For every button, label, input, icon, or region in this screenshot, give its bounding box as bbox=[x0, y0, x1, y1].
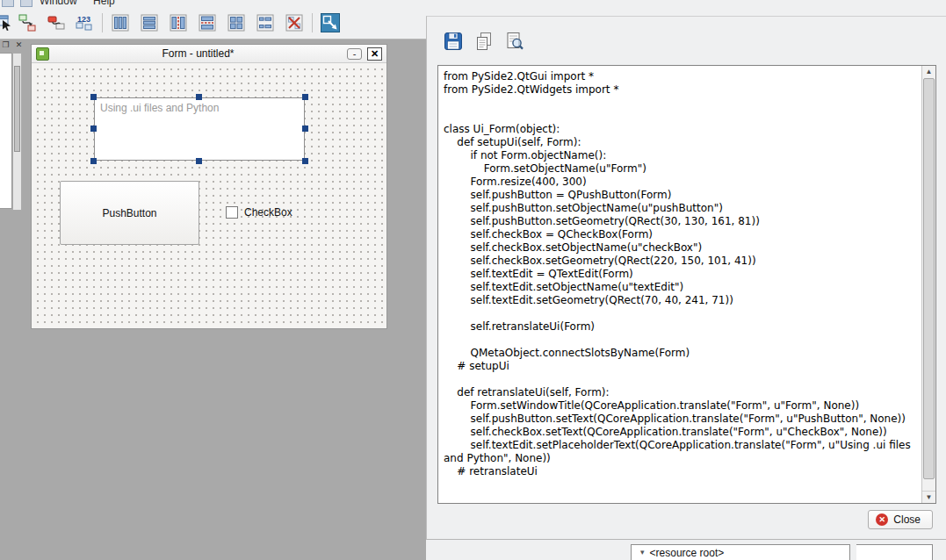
pushbutton-widget[interactable]: PushButton bbox=[60, 181, 199, 245]
toolbar-separator bbox=[312, 13, 313, 32]
form-canvas[interactable]: Using .ui files and Python PushButton Ch… bbox=[32, 63, 386, 328]
widget-box-scrollbar[interactable] bbox=[12, 53, 22, 211]
form-editor-window: Form - untitled* - ✕ Using .ui files and… bbox=[31, 44, 387, 329]
code-dialog-toolbar bbox=[443, 31, 525, 52]
edit-signals-slots-icon[interactable] bbox=[17, 12, 38, 33]
widget-box-dock-sliver: ❐ ✕ bbox=[0, 39, 23, 560]
copy-icon[interactable] bbox=[473, 31, 495, 52]
layout-form-icon[interactable] bbox=[255, 12, 276, 33]
widget-box-list-sliver[interactable] bbox=[0, 53, 12, 209]
selection-handle-se[interactable] bbox=[302, 158, 308, 164]
close-button-label: Close bbox=[893, 513, 921, 526]
resource-browser-column bbox=[856, 544, 933, 560]
selection-handle-ne[interactable] bbox=[302, 94, 308, 100]
close-circle-icon: ✕ bbox=[876, 513, 888, 526]
resource-browser-sliver: ▾ <resource root> bbox=[426, 540, 946, 560]
expand-arrow-icon[interactable]: ▾ bbox=[640, 548, 645, 556]
selection-handle-w[interactable] bbox=[90, 126, 97, 132]
code-scrollbar[interactable]: ▲ ▼ bbox=[921, 66, 935, 503]
selection-handle-nw[interactable] bbox=[90, 94, 97, 100]
textedit-widget[interactable]: Using .ui files and Python bbox=[94, 97, 305, 161]
layout-vertical-splitter-icon[interactable] bbox=[197, 12, 218, 33]
dock-float-icon[interactable]: ❐ bbox=[1, 40, 11, 50]
menu-help[interactable]: Help bbox=[93, 0, 115, 7]
python-code-dialog: from PySide2.QtGui import * from PySide2… bbox=[426, 16, 946, 540]
menu-window[interactable]: Window bbox=[40, 0, 77, 7]
find-icon[interactable] bbox=[504, 31, 525, 52]
code-viewer[interactable]: from PySide2.QtGui import * from PySide2… bbox=[437, 65, 936, 504]
scrollbar-thumb[interactable] bbox=[923, 78, 935, 479]
save-icon[interactable] bbox=[443, 31, 464, 52]
dock-titlebar-buttons: ❐ ✕ bbox=[1, 40, 24, 50]
scrollbar-thumb[interactable] bbox=[14, 66, 20, 152]
layout-horizontal-splitter-icon[interactable] bbox=[168, 12, 189, 33]
layout-horizontally-icon[interactable] bbox=[110, 12, 131, 33]
edit-widgets-icon[interactable] bbox=[0, 12, 15, 33]
adjust-size-icon[interactable] bbox=[320, 12, 341, 33]
layout-vertically-icon[interactable] bbox=[139, 12, 160, 33]
svg-text:123: 123 bbox=[77, 15, 90, 24]
resource-root-item[interactable]: ▾ <resource root> bbox=[631, 544, 850, 560]
layout-grid-icon[interactable] bbox=[226, 12, 247, 33]
checkbox-box[interactable] bbox=[226, 206, 238, 219]
selection-handle-e[interactable] bbox=[302, 126, 308, 132]
window-icon bbox=[2, 0, 14, 7]
edit-tab-order-icon[interactable]: 123 bbox=[74, 12, 95, 33]
minimize-button[interactable]: - bbox=[347, 48, 362, 60]
dialog-button-row: ✕ Close bbox=[868, 510, 933, 529]
selection-handle-n[interactable] bbox=[196, 94, 202, 100]
scroll-down-icon[interactable]: ▼ bbox=[922, 491, 935, 503]
selection-handle-sw[interactable] bbox=[90, 158, 97, 164]
textedit-selection: Using .ui files and Python bbox=[94, 97, 305, 161]
dock-close-icon[interactable]: ✕ bbox=[14, 40, 24, 50]
break-layout-icon[interactable] bbox=[284, 12, 305, 33]
form-window-icon bbox=[36, 47, 49, 61]
toolbar-overflow-icon bbox=[20, 0, 32, 7]
menubar: Window Help bbox=[0, 0, 946, 7]
close-button[interactable]: ✕ Close bbox=[868, 510, 933, 529]
scroll-up-icon[interactable]: ▲ bbox=[922, 66, 935, 77]
close-window-button[interactable]: ✕ bbox=[367, 47, 382, 61]
edit-buddies-icon[interactable] bbox=[46, 12, 67, 33]
checkbox-label: CheckBox bbox=[244, 206, 292, 219]
form-window-title: Form - untitled* bbox=[49, 47, 347, 60]
form-window-titlebar[interactable]: Form - untitled* - ✕ bbox=[32, 45, 386, 63]
main-toolbar: 123 bbox=[0, 8, 341, 38]
selection-handle-s[interactable] bbox=[196, 158, 202, 164]
python-code-text[interactable]: from PySide2.QtGui import * from PySide2… bbox=[438, 66, 922, 503]
toolbar-separator bbox=[102, 13, 103, 32]
checkbox-widget[interactable]: CheckBox bbox=[226, 206, 292, 219]
resource-root-label: <resource root> bbox=[650, 547, 725, 559]
